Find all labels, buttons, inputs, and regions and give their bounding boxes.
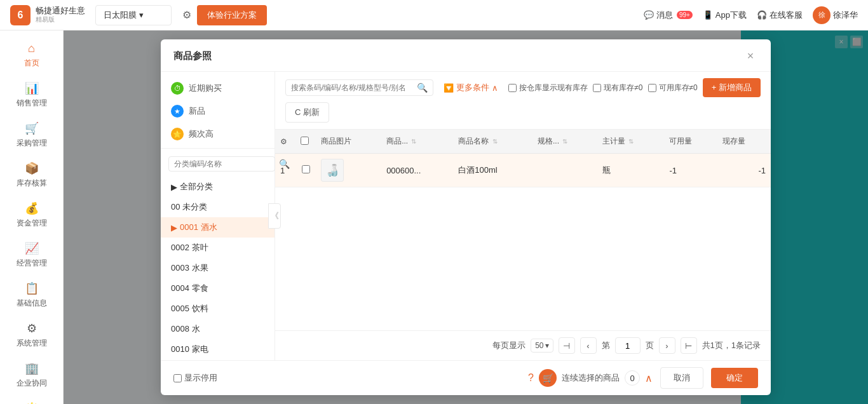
recent-icon: ⏱ (171, 82, 184, 95)
modal-overlay: 商品参照 × ⏱ 近期购买 ★ 新品 (64, 30, 868, 404)
category-0002[interactable]: 0002 茶叶 (161, 238, 275, 258)
category-0005[interactable]: 0005 饮料 (161, 299, 275, 319)
checkbox-usable-input[interactable] (648, 84, 656, 92)
col-stock: 现存量 (717, 130, 771, 154)
cancel-button[interactable]: 取消 (660, 367, 703, 389)
next-page-button[interactable]: › (659, 337, 675, 354)
category-0001[interactable]: ▶ 0001 酒水 (161, 217, 275, 238)
add-product-button[interactable]: + 新增商品 (703, 78, 761, 97)
product-search-icon[interactable]: 🔍 (417, 83, 428, 93)
quick-filter-new[interactable]: ★ 新品 (161, 100, 275, 123)
sidebar-item-system[interactable]: ⚙ 系统管理 (0, 315, 63, 355)
checkbox-available-input[interactable] (593, 84, 601, 92)
guide-icon: 🌟 (25, 401, 39, 404)
category-00[interactable]: 00 未分类 (161, 197, 275, 217)
col-unit[interactable]: 主计量 ⇅ (597, 130, 664, 154)
checkbox-available[interactable]: 现有库存≠0 (593, 83, 642, 93)
cell-code: 000600... (381, 154, 453, 187)
messages-item[interactable]: 💬 消息 99+ (644, 10, 693, 21)
sidebar-item-sales[interactable]: 📊 销售管理 (0, 75, 63, 115)
product-table: ⚙ 商品图片 (275, 130, 771, 187)
refresh-product-button[interactable]: C 刷新 (285, 102, 329, 123)
content-area: × ⬜ 查询 设置 刷新 商品参照 × (64, 30, 868, 404)
category-0010[interactable]: 0010 家电 (161, 339, 275, 355)
category-0008-label: 0008 水 (171, 323, 200, 335)
product-thumbnail: 🍶 (321, 159, 344, 182)
user-item[interactable]: 徐 徐泽华 (813, 6, 858, 24)
category-0008[interactable]: 0008 水 (161, 319, 275, 339)
select-all-checkbox[interactable] (301, 137, 309, 145)
category-0003[interactable]: 0003 水果 (161, 258, 275, 278)
checkbox-warehouse-input[interactable] (508, 84, 517, 92)
modal-left-panel: ⏱ 近期购买 ★ 新品 ⭐ 频次高 (161, 72, 275, 360)
sidebar-item-purchase[interactable]: 🛒 采购管理 (0, 115, 63, 155)
settings-col-icon[interactable]: ⚙ (280, 137, 287, 146)
sidebar-item-operation[interactable]: 📈 经营管理 (0, 235, 63, 275)
sort-arrows-unit: ⇅ (628, 138, 634, 145)
page-label: 第 (602, 340, 610, 351)
page-number-input[interactable] (615, 337, 641, 354)
category-0004[interactable]: 0004 零食 (161, 278, 275, 299)
avatar-initials: 徐 (818, 10, 825, 20)
col-available: 可用量 (664, 130, 717, 154)
nav-selector[interactable]: 日太阳膜 ▾ (95, 5, 172, 25)
last-page-button[interactable]: ⊢ (681, 337, 697, 354)
headset-icon: 🎧 (757, 10, 767, 20)
experience-button[interactable]: 体验行业方案 (197, 5, 267, 25)
inventory-icon: 📦 (25, 161, 39, 175)
confirm-button[interactable]: 确定 (711, 368, 758, 388)
col-settings: ⚙ (275, 130, 295, 154)
checkbox-warehouse[interactable]: 按仓库显示现有库存 (508, 83, 588, 93)
col-image: 商品图片 (316, 130, 381, 154)
checkbox-usable[interactable]: 可用库存≠0 (648, 83, 698, 93)
col-spec-label: 规格... (538, 137, 559, 145)
modal-close-button[interactable]: × (743, 48, 758, 64)
quick-new-label: 新品 (189, 105, 205, 117)
show-disabled-input[interactable] (173, 374, 182, 382)
avatar: 徐 (813, 6, 831, 24)
col-name[interactable]: 商品名称 ⇅ (453, 130, 532, 154)
product-modal: 商品参照 × ⏱ 近期购买 ★ 新品 (161, 39, 771, 395)
sidebar-item-finance[interactable]: 💰 资金管理 (0, 195, 63, 235)
gear-icon[interactable]: ⚙ (177, 5, 197, 25)
category-0004-label: 0004 零食 (171, 283, 208, 294)
messages-label: 消息 (656, 10, 673, 21)
more-filter-button[interactable]: 🔽 更多条件 ∧ (438, 79, 503, 96)
category-search-icon[interactable]: 🔍 (279, 159, 290, 169)
prev-page-button[interactable]: ‹ (580, 337, 597, 354)
main-layout: ⌂ 首页 📊 销售管理 🛒 采购管理 📦 库存核算 💰 资金管理 📈 经营管理 … (0, 30, 868, 404)
sidebar-item-inventory[interactable]: 📦 库存核算 (0, 155, 63, 195)
show-disabled-checkbox[interactable]: 显示停用 (173, 372, 217, 384)
new-icon: ★ (171, 105, 184, 118)
product-search-input[interactable] (291, 83, 413, 92)
cell-image: 🍶 (316, 154, 381, 187)
col-spec[interactable]: 规格... ⇅ (532, 130, 597, 154)
page-size-select[interactable]: 50 ▾ (531, 339, 553, 353)
quick-filter-freq[interactable]: ⭐ 频次高 (161, 123, 275, 145)
messages-badge: 99+ (677, 11, 693, 19)
sidebar-item-home[interactable]: ⌂ 首页 (0, 36, 63, 75)
page-size-value: 50 (535, 341, 543, 350)
sidebar-item-basic[interactable]: 📋 基础信息 (0, 275, 63, 315)
sidebar-item-enterprise[interactable]: 🏢 企业协同 (0, 355, 63, 395)
sales-icon: 📊 (25, 81, 39, 95)
cell-stock: -1 (717, 154, 771, 187)
category-all[interactable]: ▶ 全部分类 (161, 177, 275, 197)
sidebar-item-guide[interactable]: 🌟 新手引导 (0, 395, 63, 404)
cart-collapse-icon[interactable]: ∧ (645, 372, 653, 384)
online-service-label: 在线客服 (770, 10, 803, 21)
quick-filter-recent[interactable]: ⏱ 近期购买 (161, 77, 275, 100)
show-disabled-label: 显示停用 (184, 372, 217, 384)
first-page-button[interactable]: ⊣ (559, 337, 575, 354)
question-icon[interactable]: ? (528, 372, 534, 384)
col-code[interactable]: 商品... ⇅ (381, 130, 453, 154)
collapse-panel-button[interactable]: 《 (268, 203, 281, 229)
category-search-input[interactable] (168, 156, 275, 172)
table-row[interactable]: 1 🍶 000600... 白酒100ml (275, 154, 771, 187)
message-icon: 💬 (644, 10, 654, 20)
app-download-item[interactable]: 📱 App下载 (703, 10, 747, 21)
cell-available: -1 (664, 154, 717, 187)
cart-icon[interactable]: 🛒 (539, 369, 557, 387)
online-service-item[interactable]: 🎧 在线客服 (757, 10, 803, 21)
row-checkbox[interactable] (302, 165, 310, 173)
